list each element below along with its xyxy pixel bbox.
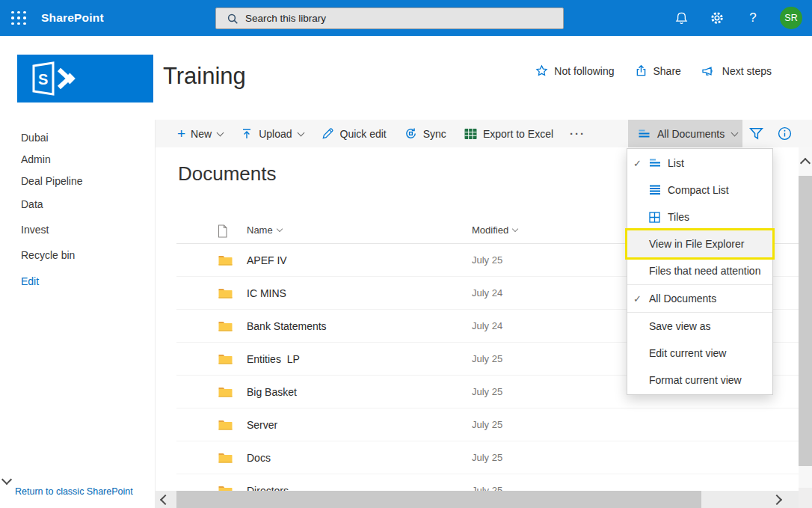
- sidebar-item-label: Invest: [21, 224, 49, 236]
- star-icon: [535, 64, 548, 77]
- chevron-down-icon: [217, 129, 224, 136]
- table-row[interactable]: Docs July 25: [176, 441, 799, 474]
- horizontal-scrollbar[interactable]: [156, 491, 799, 508]
- left-navigation: Dubai Admin Deal Pipeline Data Invest Re…: [0, 120, 156, 508]
- quick-edit-label: Quick edit: [340, 128, 387, 140]
- folder-icon: [218, 320, 233, 332]
- document-icon: [217, 224, 228, 238]
- folder-name[interactable]: Docs: [247, 452, 271, 464]
- folder-name[interactable]: Bank Statements: [247, 320, 327, 332]
- folder-name[interactable]: Server: [247, 419, 277, 431]
- menu-item-view-in-file-explorer[interactable]: View in File Explorer: [627, 230, 772, 257]
- folder-icon: [218, 353, 233, 365]
- folder-name[interactable]: Big Basket: [247, 386, 297, 398]
- table-row[interactable]: Server July 25: [176, 408, 799, 441]
- app-launcher-waffle-icon[interactable]: [11, 11, 26, 25]
- sidebar-item-label: Admin: [21, 153, 51, 165]
- suite-icons: ? SR: [672, 0, 812, 36]
- sidebar-item-deal-pipeline[interactable]: Deal Pipeline: [21, 170, 155, 192]
- new-label: New: [191, 128, 212, 140]
- modified-date: July 25: [472, 419, 502, 430]
- menu-item-edit-current-view[interactable]: Edit current view: [627, 340, 772, 367]
- quick-edit-button[interactable]: Quick edit: [313, 120, 396, 147]
- menu-item-label: List: [668, 157, 684, 169]
- filter-funnel-icon: [749, 127, 763, 140]
- sharepoint-brand[interactable]: SharePoint: [41, 11, 104, 25]
- account-avatar[interactable]: SR: [780, 7, 802, 29]
- modified-date: July 24: [472, 320, 502, 331]
- next-steps-button[interactable]: Next steps: [701, 65, 772, 77]
- tiles-icon: [649, 212, 668, 223]
- menu-item-files-that-need-attention[interactable]: Files that need attention: [627, 257, 772, 284]
- scroll-up-arrow-icon[interactable]: [800, 158, 811, 168]
- menu-item-label: Format current view: [649, 374, 742, 386]
- modified-date: July 24: [472, 287, 502, 299]
- menu-item-list[interactable]: ✓ List: [627, 150, 772, 177]
- sync-button[interactable]: Sync: [396, 120, 455, 147]
- sharepoint-site-logo[interactable]: S: [17, 55, 153, 102]
- menu-item-compact-list[interactable]: Compact List: [627, 177, 772, 203]
- checkmark-icon: ✓: [633, 158, 649, 169]
- sidebar-item-admin[interactable]: Admin: [21, 148, 155, 170]
- menu-item-save-view-as[interactable]: Save view as: [627, 313, 772, 340]
- folder-icon: [218, 386, 233, 398]
- chevron-down-icon: [276, 226, 282, 232]
- vertical-scrollbar-thumb[interactable]: [799, 176, 812, 466]
- view-selector-button[interactable]: All Documents: [628, 120, 742, 147]
- sidebar-item-dubai[interactable]: Dubai: [21, 126, 155, 148]
- sidebar-item-recycle-bin[interactable]: Recycle bin: [21, 242, 155, 268]
- upload-icon: [241, 128, 253, 140]
- menu-item-label: Edit current view: [649, 347, 726, 359]
- next-steps-label: Next steps: [722, 65, 772, 77]
- plus-icon: +: [177, 126, 185, 141]
- modified-date: July 25: [472, 254, 502, 266]
- chevron-down-icon: [731, 129, 739, 136]
- menu-item-label: Save view as: [649, 320, 710, 332]
- new-button[interactable]: + New: [168, 120, 232, 147]
- folder-name[interactable]: APEF IV: [247, 254, 287, 266]
- share-button[interactable]: Share: [635, 64, 681, 77]
- menu-item-tiles[interactable]: Tiles: [627, 203, 772, 230]
- scroll-left-arrow-icon[interactable]: [160, 495, 170, 505]
- share-icon: [635, 64, 648, 77]
- search-input[interactable]: Search this library: [215, 7, 564, 29]
- search-icon: [227, 13, 239, 25]
- chevron-down-icon: [512, 226, 518, 232]
- site-title: Training: [163, 63, 246, 90]
- scroll-right-arrow-icon[interactable]: [772, 495, 782, 505]
- folder-icon: [218, 419, 233, 431]
- list-view-icon: [638, 129, 650, 139]
- file-type-column-icon[interactable]: [217, 224, 228, 238]
- filter-button[interactable]: [744, 120, 768, 147]
- column-header-modified[interactable]: Modified: [472, 224, 517, 236]
- view-selector-label: All Documents: [657, 128, 725, 140]
- vertical-scrollbar[interactable]: [799, 147, 812, 488]
- megaphone-icon: [701, 65, 716, 77]
- help-icon[interactable]: ?: [744, 9, 762, 27]
- chevron-down-icon: [297, 129, 304, 136]
- suite-bar: SharePoint Search this library ? SR: [0, 0, 812, 36]
- sidebar-item-invest[interactable]: Invest: [21, 217, 155, 242]
- export-to-excel-button[interactable]: Export to Excel: [455, 120, 562, 147]
- compact-list-icon: [649, 185, 668, 195]
- edit-navigation-link[interactable]: Edit: [21, 268, 155, 295]
- details-info-button[interactable]: [772, 120, 796, 147]
- sidebar-item-data[interactable]: Data: [21, 192, 155, 217]
- column-header-name[interactable]: Name: [247, 224, 282, 236]
- return-to-classic-link[interactable]: Return to classic SharePoint: [15, 486, 133, 497]
- menu-item-format-current-view[interactable]: Format current view: [627, 367, 772, 394]
- sync-label: Sync: [423, 128, 446, 140]
- sync-icon: [405, 127, 417, 140]
- follow-button[interactable]: Not following: [535, 64, 614, 77]
- horizontal-scrollbar-thumb[interactable]: [176, 491, 701, 508]
- upload-button[interactable]: Upload: [232, 120, 312, 147]
- menu-item-all-documents[interactable]: ✓ All Documents: [627, 285, 772, 312]
- column-label: Modified: [472, 224, 508, 236]
- menu-item-label: Files that need attention: [649, 265, 760, 277]
- folder-name[interactable]: Entities LP: [247, 353, 300, 365]
- overflow-menu-button[interactable]: ···: [562, 127, 593, 140]
- folder-icon: [218, 254, 233, 266]
- notifications-bell-icon[interactable]: [672, 9, 690, 27]
- folder-name[interactable]: IC MINS: [247, 287, 286, 299]
- settings-gear-icon[interactable]: [708, 9, 726, 27]
